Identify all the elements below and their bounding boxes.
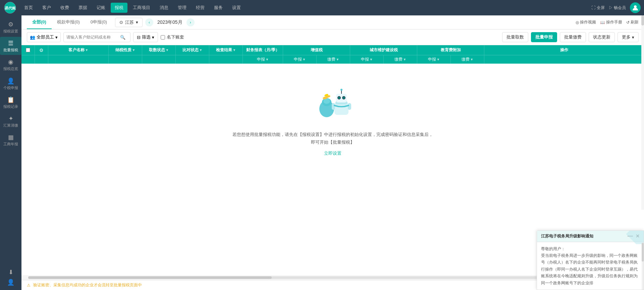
- filter-chevron-icon2[interactable]: ▼: [132, 48, 136, 52]
- batch-pay-button[interactable]: 批量缴费: [560, 32, 586, 42]
- svg-text:易代账: 易代账: [5, 6, 16, 10]
- minimize-btn[interactable]: —: [628, 233, 633, 239]
- sub-filter-icon[interactable]: ▼: [266, 58, 269, 61]
- nav-item-billing[interactable]: 收费: [56, 3, 73, 13]
- sidebar-item-personal-tax[interactable]: 👤 个税申报: [0, 75, 21, 93]
- filter-chevron-icon4[interactable]: ▼: [199, 48, 203, 52]
- download-icon[interactable]: ⬇: [8, 269, 13, 276]
- month-navigation: ‹ 2023年05月 ›: [145, 18, 195, 26]
- svg-point-17: [343, 97, 344, 98]
- operation-video-btn[interactable]: ◎ 操作视频: [576, 19, 596, 25]
- nav-item-home[interactable]: 首页: [20, 3, 37, 13]
- robot-illustration: [313, 84, 353, 124]
- next-month-btn[interactable]: ›: [186, 18, 195, 26]
- filter-chevron-icon3[interactable]: ▼: [166, 48, 169, 52]
- sidebar-bottom: ⬇ 👤: [7, 269, 14, 290]
- select-all-checkbox[interactable]: [26, 48, 30, 52]
- settlement-icon: ✦: [8, 115, 13, 122]
- svg-point-14: [339, 97, 340, 98]
- region-label: 江苏: [125, 19, 134, 25]
- nav-item-tax[interactable]: 报税: [111, 3, 127, 13]
- member-btn[interactable]: ▷ 畅会员: [609, 5, 626, 11]
- employee-select-label: 全部员工: [37, 34, 54, 40]
- sidebar-item-annual-report[interactable]: ▦ 工商年报: [0, 131, 21, 149]
- tab-all[interactable]: 全部(0): [27, 16, 52, 29]
- nav-right-actions: ⛶ 全屏 ▷ 畅会员: [591, 2, 641, 13]
- sub-filter-icon7[interactable]: ▼: [470, 58, 474, 61]
- th-checkbox: [21, 45, 35, 55]
- sidebar-label-annual-report: 工商年报: [3, 142, 18, 146]
- app-logo[interactable]: 易代账: [3, 1, 17, 14]
- scroll-thumb[interactable]: [28, 276, 272, 279]
- sidebar-item-settlement[interactable]: ✦ 汇算清缴: [0, 112, 21, 130]
- annual-report-icon: ▦: [8, 134, 14, 141]
- setup-link[interactable]: 立即设置: [324, 150, 341, 156]
- nav-item-customer[interactable]: 客户: [38, 3, 55, 13]
- search-icon[interactable]: 🔍: [120, 35, 125, 40]
- th-operation: 操作: [484, 45, 644, 55]
- sub-filter-icon3[interactable]: ▼: [336, 58, 339, 61]
- tab-tax-declaration[interactable]: 税款申报(0): [52, 16, 85, 29]
- nav-item-message[interactable]: 消息: [156, 3, 172, 13]
- close-notification-btn[interactable]: ✕: [636, 233, 640, 239]
- nav-item-service[interactable]: 服务: [210, 3, 227, 13]
- filter-label: 筛选: [142, 34, 151, 40]
- settings-icon[interactable]: ⚙: [39, 48, 44, 53]
- fullscreen-icon: ⛶: [591, 5, 595, 10]
- sub-filter-icon5[interactable]: ▼: [403, 58, 407, 61]
- notif-scrollbar[interactable]: [642, 243, 644, 290]
- svg-point-2: [634, 5, 637, 8]
- sidebar-label-tax-settings: 报税设置: [3, 29, 18, 33]
- filter-button[interactable]: ⊟ 筛选 ▾: [133, 32, 158, 42]
- tab-zero-declaration[interactable]: 0申报(0): [85, 16, 112, 29]
- main-scrollbar[interactable]: [641, 15, 644, 210]
- region-selector[interactable]: ⊙ 江苏 ▾: [115, 18, 143, 27]
- nav-item-biz[interactable]: 工商项目: [129, 3, 154, 13]
- filter-chevron-icon[interactable]: ▼: [85, 48, 89, 52]
- th-sub-city-declare: 申报 ▼: [350, 55, 384, 64]
- sub-filter-icon2[interactable]: ▼: [303, 58, 306, 61]
- batch-fetch-button[interactable]: 批量取数: [502, 32, 528, 42]
- account-checkbox-label[interactable]: 名下账套: [161, 34, 184, 40]
- batch-declare-button[interactable]: 批量申报: [531, 32, 557, 42]
- sub-filter-icon4[interactable]: ▼: [370, 58, 373, 61]
- sidebar-item-tax-overview[interactable]: ◉ 报税总览: [0, 56, 21, 74]
- tax-records-icon: 📋: [7, 96, 14, 103]
- sidebar-item-batch-tax[interactable]: ☰ 批量报税: [0, 37, 21, 55]
- th-financial-report: 财务报表（月/季）: [243, 45, 283, 55]
- more-button[interactable]: 更多 ▾: [618, 32, 639, 42]
- prev-month-btn[interactable]: ‹: [145, 18, 153, 26]
- operation-manual-btn[interactable]: 📖 操作手册: [600, 19, 622, 25]
- th-compare-status: 比对状态 ▼: [176, 45, 209, 55]
- search-input[interactable]: [66, 35, 120, 40]
- filter-chevron-icon5[interactable]: ▼: [233, 48, 236, 52]
- user-settings-icon[interactable]: 👤: [7, 279, 14, 286]
- employee-select[interactable]: 👥 全部员工 ▾: [27, 32, 61, 42]
- status-update-button[interactable]: 状态更新: [589, 32, 615, 42]
- nav-item-invoice[interactable]: 票据: [74, 3, 91, 13]
- sidebar-item-tax-settings[interactable]: ⚙ 报税设置: [0, 18, 21, 36]
- chevron-down-icon: ▾: [152, 35, 154, 40]
- refresh-icon: ↺: [626, 20, 630, 25]
- account-checkbox[interactable]: [161, 35, 165, 40]
- nav-item-manage[interactable]: 管理: [174, 3, 191, 13]
- checkbox-text: 名下账套: [167, 34, 184, 40]
- sidebar: ⚙ 报税设置 ☰ 批量报税 ◉ 报税总览 👤 个税申报 📋 报税记录 ✦ 汇算清…: [0, 15, 21, 290]
- th-sub-edu-declare: 申报 ▼: [417, 55, 451, 64]
- fullscreen-btn[interactable]: ⛶ 全屏: [591, 5, 604, 11]
- notif-scroll-thumb: [642, 243, 644, 262]
- sidebar-item-tax-records[interactable]: 📋 报税记录: [0, 93, 21, 112]
- nav-item-accounting[interactable]: 记账: [93, 3, 109, 13]
- notification-greeting: 尊敬的用户：: [541, 245, 640, 252]
- month-display: 2023年05月: [157, 19, 182, 25]
- user-avatar[interactable]: [630, 2, 641, 13]
- search-input-wrap: 🔍: [63, 32, 130, 42]
- nav-item-operate[interactable]: 经营: [192, 3, 209, 13]
- nav-item-settings[interactable]: 设置: [228, 3, 245, 13]
- sidebar-label-personal-tax: 个税申报: [3, 86, 18, 90]
- sidebar-label-batch-tax: 批量报税: [3, 48, 18, 52]
- refresh-btn[interactable]: ↺ 刷新: [626, 19, 639, 25]
- sub-filter-icon6[interactable]: ▼: [437, 58, 440, 61]
- tax-settings-icon: ⚙: [8, 21, 13, 28]
- svg-rect-20: [332, 103, 335, 110]
